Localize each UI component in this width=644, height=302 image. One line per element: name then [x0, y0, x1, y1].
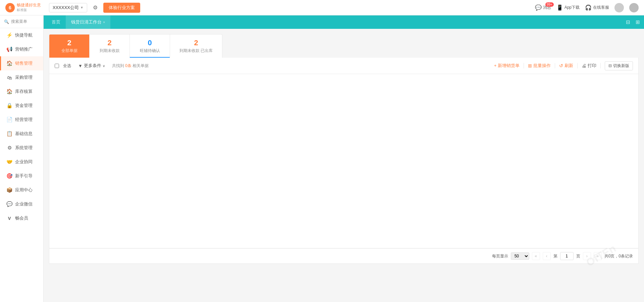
toolbar-right: + 新增销货单 ⊞ 批量操作 ↺ 刷新 🖨 打印 ⊟ 切换新版 [494, 61, 633, 70]
tab-close-icon[interactable]: × [103, 20, 105, 24]
app-download-action[interactable]: 📱 App下载 [556, 4, 580, 11]
message-badge: 99+ [545, 2, 554, 7]
sidebar-item-sales[interactable]: 🏠 销售管理 [0, 56, 43, 70]
filter-arrow: ∨ [103, 64, 105, 68]
sidebar-item-wechat[interactable]: 💬 企业微信 [0, 197, 43, 211]
system-label: 系统管理 [15, 145, 33, 151]
app-center-icon: 📦 [6, 187, 12, 193]
stat-label-overdue-out: 到期未收款 已出库 [179, 48, 213, 54]
batch-operation-button[interactable]: ⊞ 批量操作 [528, 63, 551, 69]
stats-tabs: 2 全部单据 2 到期未收款 0 旺辅待确认 2 到期未收款 已出库 [49, 34, 222, 58]
finance-icon: 🔒 [6, 103, 12, 109]
search-menu-label: 搜索菜单 [11, 19, 27, 24]
main-content: 2 全部单据 2 到期未收款 0 旺辅待确认 2 到期未收款 已出库 全选 ▼ … [44, 29, 644, 302]
purchase-icon: 🛍 [6, 75, 12, 80]
logo-area: 6 畅捷通好生意 标准版 [5, 3, 49, 13]
stat-tab-overdue-out[interactable]: 2 到期未收款 已出库 [170, 35, 222, 58]
online-service-action[interactable]: 🎧 在线客服 [585, 4, 609, 11]
system-icon: ⚙ [6, 145, 12, 151]
tab-money-daily[interactable]: 钱货日清工作台 × [66, 15, 110, 29]
last-page-button[interactable]: » [594, 252, 602, 260]
add-sales-order-button[interactable]: + 新增销货单 [494, 63, 520, 69]
page-size-label: 每页显示 [492, 253, 508, 259]
found-count: 0条 [125, 63, 131, 68]
stat-count-overdue-out: 2 [179, 39, 213, 47]
marketing-icon: 📢 [6, 46, 12, 52]
sidebar: 🔍 搜索菜单 ⚡ 快捷导航 📢 营销推广 🏠 销售管理 🛍 采购管理 🏠 库存核… [0, 15, 44, 302]
quick-nav-label: 快捷导航 [15, 32, 33, 38]
tab-expand-btn[interactable]: ⊞ [634, 18, 641, 26]
switch-version-button[interactable]: ⊟ 切换新版 [605, 61, 633, 70]
app-download-label: App下载 [565, 5, 580, 10]
toolbar: 全选 ▼ 更多条件 ∨ 共找到 0条 相关单据 + 新增销货单 ⊞ 批量操作 ↺… [49, 58, 639, 74]
message-action[interactable]: 💬 消息 99+ [535, 4, 551, 11]
page-prefix: 第 [553, 253, 557, 259]
tab-collapse-btn[interactable]: ⊟ [625, 18, 632, 26]
switch-icon: ⊟ [608, 63, 612, 68]
refresh-icon: ↺ [559, 63, 563, 68]
first-page-button[interactable]: « [532, 252, 540, 260]
filter-icon: ▼ [78, 63, 83, 68]
stat-tab-pending[interactable]: 0 旺辅待确认 [130, 35, 170, 58]
wechat-label: 企业微信 [15, 201, 33, 207]
enterprise-icon: 🤝 [6, 159, 12, 165]
sidebar-search-area[interactable]: 🔍 搜索菜单 [0, 15, 43, 28]
company-selector[interactable]: XXXXXX公司 ▼ [49, 3, 87, 12]
sidebar-item-inventory[interactable]: 🏠 库存核算 [0, 84, 43, 99]
top-header: 6 畅捷通好生意 标准版 XXXXXX公司 ▼ ⚙ 体验行业方案 💬 消息 99… [0, 0, 644, 15]
select-all-label: 全选 [63, 63, 71, 69]
stat-label-overdue: 到期未收款 [99, 48, 120, 54]
content-area [49, 74, 639, 248]
company-dropdown-arrow: ▼ [80, 6, 84, 9]
filter-label: 更多条件 [84, 63, 101, 69]
inventory-label: 库存核算 [15, 88, 33, 95]
guide-icon: 🎯 [6, 173, 12, 179]
sidebar-item-basic-info[interactable]: 📋 基础信息 [0, 127, 43, 141]
app-version: 标准版 [17, 8, 41, 12]
divider-2 [555, 63, 555, 68]
page-number-input[interactable] [560, 252, 574, 260]
tab-active-underline [130, 57, 170, 58]
sidebar-item-enterprise[interactable]: 🤝 企业协同 [0, 155, 43, 169]
sidebar-item-operations[interactable]: 📄 经营管理 [0, 113, 43, 127]
tab-home-label: 首页 [52, 19, 60, 25]
refresh-label: 刷新 [565, 63, 573, 69]
operations-label: 经营管理 [15, 117, 33, 123]
sidebar-item-purchase[interactable]: 🛍 采购管理 [0, 70, 43, 84]
sidebar-item-guide[interactable]: 🎯 新手引导 [0, 169, 43, 183]
tab-actions: ⊟ ⊞ [625, 18, 641, 26]
stat-tab-all[interactable]: 2 全部单据 [49, 35, 90, 58]
wechat-icon: 💬 [6, 201, 12, 207]
sidebar-item-app-center[interactable]: 📦 应用中心 [0, 183, 43, 197]
finance-label: 资金管理 [15, 103, 33, 109]
sidebar-item-system[interactable]: ⚙ 系统管理 [0, 141, 43, 155]
stat-label-all: 全部单据 [59, 48, 80, 54]
sidebar-item-member[interactable]: V 畅会员 [0, 211, 43, 225]
prev-page-button[interactable]: ‹ [543, 252, 551, 260]
batch-icon: ⊞ [528, 63, 532, 68]
trial-button[interactable]: 体验行业方案 [103, 3, 140, 13]
print-button[interactable]: 🖨 打印 [582, 63, 596, 69]
app-name: 畅捷通好生意 [17, 3, 41, 8]
next-page-button[interactable]: › [583, 252, 591, 260]
sidebar-item-quick-nav[interactable]: ⚡ 快捷导航 [0, 28, 43, 42]
stat-tab-overdue[interactable]: 2 到期未收款 [90, 35, 130, 58]
tab-home[interactable]: 首页 [46, 15, 66, 29]
total-info: 共0页，0条记录 [604, 253, 633, 259]
member-icon: V [6, 216, 12, 221]
print-label: 打印 [588, 63, 596, 69]
sidebar-item-finance[interactable]: 🔒 资金管理 [0, 99, 43, 113]
filter-button[interactable]: ▼ 更多条件 ∨ [75, 61, 108, 70]
stat-count-pending: 0 [139, 39, 160, 47]
app-download-icon: 📱 [556, 4, 563, 11]
search-menu-btn[interactable]: 🔍 搜索菜单 [4, 19, 39, 24]
select-all-checkbox[interactable] [55, 64, 59, 68]
pagination-bar: 每页显示 20 50 100 « ‹ 第 页 › » 共0页，0条记录 [49, 248, 639, 264]
user-avatar-2[interactable] [629, 3, 639, 12]
refresh-button[interactable]: ↺ 刷新 [559, 63, 573, 69]
divider-4 [600, 63, 601, 68]
user-avatar[interactable] [614, 3, 624, 12]
sidebar-item-marketing[interactable]: 📢 营销推广 [0, 42, 43, 56]
settings-icon[interactable]: ⚙ [90, 2, 101, 13]
page-size-select[interactable]: 20 50 100 [511, 252, 529, 260]
